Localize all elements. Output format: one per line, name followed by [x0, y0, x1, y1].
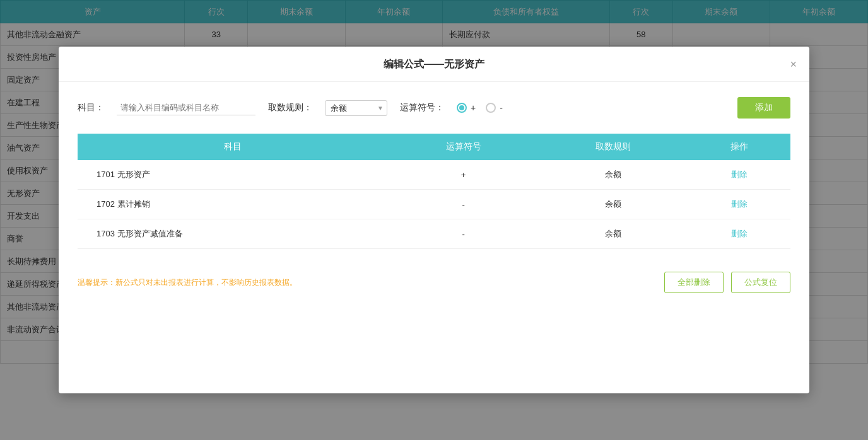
subject-label: 科目：: [78, 102, 104, 113]
rule-select-wrap: 余额 借方 贷方 借方发生额 贷方发生额 ▼: [325, 100, 387, 116]
modal-body: 科目： 取数规则： 余额 借方 贷方 借方发生额 贷方发生额 ▼ 运算符号: [59, 82, 809, 262]
add-button[interactable]: 添加: [737, 97, 790, 119]
radio-minus-circle: [486, 103, 496, 113]
page-container: 资产 行次 期末余额 年初余额 负债和所有者权益 行次 期末余额 年初余额 其他…: [0, 0, 868, 440]
tip-text: 温馨提示：新公式只对未出报表进行计算，不影响历史报表数据。: [78, 277, 297, 288]
formula-rule: 余额: [538, 160, 688, 190]
delete-link[interactable]: 删除: [731, 229, 748, 238]
modal-header: 编辑公式——无形资产 ×: [59, 47, 809, 82]
formula-action: 删除: [688, 190, 790, 219]
formula-row: 1702 累计摊销 - 余额 删除: [78, 190, 790, 219]
formula-row: 1703 无形资产减值准备 - 余额 删除: [78, 219, 790, 249]
rule-label: 取数规则：: [268, 102, 312, 113]
delete-link[interactable]: 删除: [731, 170, 748, 179]
th-action: 操作: [688, 134, 790, 160]
formula-action: 删除: [688, 160, 790, 190]
formula-operator: -: [389, 190, 539, 219]
rule-select[interactable]: 余额 借方 贷方 借方发生额 贷方发生额: [325, 100, 387, 116]
close-button[interactable]: ×: [787, 59, 799, 70]
radio-plus-label: +: [471, 103, 476, 113]
formula-row: 1701 无形资产 + 余额 删除: [78, 160, 790, 190]
form-row: 科目： 取数规则： 余额 借方 贷方 借方发生额 贷方发生额 ▼ 运算符号: [78, 97, 790, 119]
modal-footer: 温馨提示：新公式只对未出报表进行计算，不影响历史报表数据。 全部删除 公式复位: [59, 262, 809, 306]
modal-dialog: 编辑公式——无形资产 × 科目： 取数规则： 余额 借方 贷方 借方发生额: [59, 47, 809, 393]
formula-action: 删除: [688, 219, 790, 249]
operator-radio-group: + -: [457, 103, 503, 113]
formula-operator: +: [389, 160, 539, 190]
footer-buttons: 全部删除 公式复位: [664, 272, 790, 293]
formula-operator: -: [389, 219, 539, 249]
formula-table: 科目 运算符号 取数规则 操作 1701 无形资产 + 余额 删除 1702 累…: [78, 134, 790, 249]
radio-plus-circle: [457, 103, 467, 113]
radio-plus[interactable]: +: [457, 103, 476, 113]
operator-label: 运算符号：: [400, 102, 444, 113]
th-rule: 取数规则: [538, 134, 688, 160]
delete-all-button[interactable]: 全部删除: [664, 272, 724, 293]
table-header-row: 科目 运算符号 取数规则 操作: [78, 134, 790, 160]
radio-minus-label: -: [500, 103, 503, 113]
subject-input[interactable]: [117, 100, 255, 115]
formula-rule: 余额: [538, 219, 688, 249]
modal-title: 编辑公式——无形资产: [384, 59, 484, 69]
formula-subject: 1703 无形资产减值准备: [78, 219, 389, 249]
formula-subject: 1701 无形资产: [78, 160, 389, 190]
formula-rule: 余额: [538, 190, 688, 219]
reset-formula-button[interactable]: 公式复位: [731, 272, 790, 293]
delete-link[interactable]: 删除: [731, 199, 748, 209]
modal-overlay: 编辑公式——无形资产 × 科目： 取数规则： 余额 借方 贷方 借方发生额: [0, 0, 868, 440]
th-subject: 科目: [78, 134, 389, 160]
th-operator: 运算符号: [389, 134, 539, 160]
radio-minus[interactable]: -: [486, 103, 503, 113]
formula-subject: 1702 累计摊销: [78, 190, 389, 219]
